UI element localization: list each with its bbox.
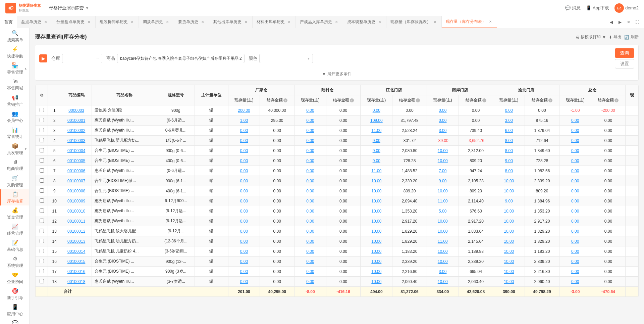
tab-dsdh[interactable]: 调拨单历史 ✕	[139, 16, 174, 28]
tab-close-yhdh[interactable]: ✕	[200, 20, 205, 25]
tab-fbddh[interactable]: 分量盘点单历史 ✕	[52, 16, 96, 28]
sidebar-item-member[interactable]: 👥 会员中心	[0, 109, 29, 125]
expand-more-btn[interactable]: ▼ 展开更多条件	[322, 71, 352, 77]
info-icon-6[interactable]: i	[614, 98, 619, 102]
sidebar-item-retail-mgmt[interactable]: 🏪 零售管理 ▲	[0, 60, 29, 77]
cell-checkbox[interactable]	[36, 146, 48, 156]
query-button[interactable]: 查询	[615, 48, 634, 58]
warehouse-select[interactable]: ···	[62, 54, 102, 63]
cell-checkbox[interactable]	[36, 277, 48, 287]
cell-zc-amt: 0.00	[591, 115, 626, 126]
cell-checkbox[interactable]	[36, 126, 48, 136]
info-icon-1[interactable]: i	[283, 98, 287, 102]
sidebar-item-guide[interactable]: 🎯 新手引导	[0, 286, 29, 302]
sidebar-item-appcenter[interactable]: 📱 应用中心	[0, 302, 29, 318]
print-btn[interactable]: 🖨 按模版打印 ▼	[575, 34, 606, 40]
app-download-btn[interactable]: 📱 App下载	[586, 5, 609, 11]
cell-checkbox[interactable]	[36, 115, 48, 126]
cell-checkbox[interactable]	[36, 206, 48, 216]
cell-nb-amt: 2,145.64	[459, 236, 493, 246]
summary-no	[48, 287, 61, 297]
cell-checkbox[interactable]	[36, 105, 48, 115]
tab-close-all-btn[interactable]: ✕	[625, 18, 633, 26]
cell-jb-qty: 10.00	[361, 216, 392, 226]
tab-pddh[interactable]: 盘点单历史 ✕	[17, 16, 52, 28]
tab-home[interactable]: 首页	[0, 16, 17, 28]
cell-checkbox[interactable]	[36, 257, 48, 267]
cell-checkbox[interactable]	[36, 246, 48, 257]
sidebar-item-purchase[interactable]: 🛒 采购管理	[0, 173, 29, 189]
refresh-btn[interactable]: 🔄 刷新	[624, 34, 639, 40]
cell-checkbox[interactable]	[36, 156, 48, 166]
tab-clccdh[interactable]: 材料出库单历史 ✕	[253, 16, 296, 28]
cell-checkbox[interactable]	[36, 226, 48, 236]
sidebar-item-system[interactable]: ⚙ 系统管理	[0, 254, 29, 270]
cell-checkbox[interactable]	[36, 136, 48, 146]
message-btn[interactable]: 💬 消息	[565, 5, 581, 11]
tab-qtccdh[interactable]: 其他出库单历史 ✕	[209, 16, 253, 28]
cell-checkbox[interactable]	[36, 236, 48, 246]
tab-close-cbtzh[interactable]: ✕	[377, 20, 382, 25]
tab-close-xczfb[interactable]: ✕	[488, 19, 493, 24]
tab-ccrkccdh[interactable]: 产成品入库单历史 ✕	[296, 16, 343, 28]
industry-selector[interactable]: 母婴行业演示陈套 ▼	[49, 5, 89, 11]
user-area[interactable]: Ea demo2	[614, 3, 639, 13]
info-icon-4[interactable]: i	[482, 98, 486, 102]
cell-jb-amt: 2,094.40	[392, 196, 427, 206]
goods-input[interactable]	[117, 54, 245, 63]
tab-prev-btn[interactable]: ◀	[607, 18, 615, 26]
info-icon-2[interactable]: i	[350, 98, 354, 102]
cell-yb-amt: 2,339.20	[525, 176, 559, 186]
gear-icon[interactable]: ⚙	[38, 92, 45, 99]
tab-close-dsdh[interactable]: ✕	[165, 20, 170, 25]
business-icon: 📈	[12, 223, 18, 230]
tab-xczfb[interactable]: 现存量（库存分布表） ✕	[442, 16, 497, 28]
sidebar-item-finance[interactable]: 💰 资金管理	[0, 205, 29, 222]
sidebar-item-inventory[interactable]: 📋 库存核算	[0, 189, 29, 205]
sidebar-item-wholesale[interactable]: 📦 批发管理 ▼	[0, 141, 29, 157]
sidebar-item-wechat[interactable]: 💬 企业微信	[0, 318, 29, 324]
sidebar-item-enterprise[interactable]: 🤝 企业协同	[0, 270, 29, 286]
tab-close-clccdh[interactable]: ✕	[287, 20, 291, 25]
tab-close-pddh[interactable]: ✕	[43, 20, 48, 25]
cell-checkbox[interactable]	[36, 166, 48, 176]
color-dropdown-icon: ▼	[307, 57, 310, 60]
tab-close-xczlkzb[interactable]: ✕	[433, 20, 437, 25]
settings-button[interactable]: 设置	[615, 59, 634, 68]
tab-close-ccrkccdh[interactable]: ✕	[334, 20, 339, 25]
tab-next-btn[interactable]: ▶	[616, 18, 624, 26]
tab-xczlkzb[interactable]: 现存量（库存状况表） ✕	[386, 16, 442, 28]
info-icon-3[interactable]: i	[416, 98, 420, 102]
tab-expand-btn[interactable]: ⛶	[633, 18, 641, 26]
cell-checkbox[interactable]	[36, 267, 48, 277]
tab-close-fbddh[interactable]: ✕	[87, 20, 91, 25]
sidebar-item-marketing[interactable]: 📢 营销推广	[0, 93, 29, 109]
cell-checkbox[interactable]	[36, 176, 48, 186]
tab-zzcxdh[interactable]: 组装拆卸单历史 ✕	[96, 16, 139, 28]
sidebar-item-quick[interactable]: ⚡ 快捷导航	[0, 44, 29, 60]
sidebar-item-ecommerce[interactable]: 🖥 电商管理	[0, 157, 29, 173]
sidebar-item-basic[interactable]: 📝 基础信息	[0, 238, 29, 254]
cell-extra	[626, 105, 638, 115]
cell-yb-qty: 6.00	[493, 126, 525, 136]
sidebar-item-retail-shop[interactable]: 🛍 零售商城	[0, 77, 29, 93]
tab-yhdh[interactable]: 要货单历史 ✕	[174, 16, 209, 28]
cell-checkbox[interactable]	[36, 196, 48, 206]
tab-cbtzh[interactable]: 成本调整单历史 ✕	[343, 16, 386, 28]
cell-checkbox[interactable]	[36, 216, 48, 226]
tab-close-zzcxdh[interactable]: ✕	[130, 20, 135, 25]
export-btn[interactable]: ⬇ 导出	[609, 34, 622, 40]
cell-checkbox[interactable]	[36, 186, 48, 196]
info-icon-5[interactable]: i	[548, 98, 552, 102]
cell-jb-qty: 9.00	[361, 146, 392, 156]
sidebar-item-business[interactable]: 📈 经营管理	[0, 222, 29, 238]
sidebar-item-retail-stats[interactable]: 📊 零售统计	[0, 125, 29, 141]
cell-lucun-amt: 0.00	[326, 216, 361, 226]
filter-expand-btn[interactable]: ▶	[39, 54, 47, 62]
table-row: 7 00100006 惠氏启赋 (Wyeth illu... (0-6月适...…	[36, 166, 638, 176]
color-input[interactable]	[259, 54, 313, 63]
tab-close-qtccdh[interactable]: ✕	[244, 20, 248, 25]
sidebar-item-search[interactable]: 🔍 搜索英单	[0, 28, 29, 44]
ecommerce-icon: 🖥	[12, 159, 18, 165]
th-unit: 主计量单位	[195, 85, 228, 105]
